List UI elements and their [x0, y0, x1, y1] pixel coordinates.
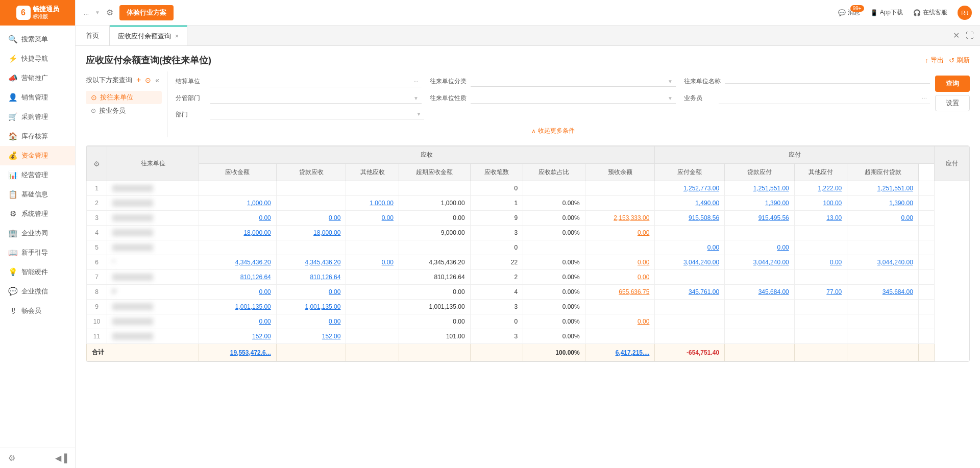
sidebar-item-management[interactable]: 📊 经营管理: [0, 165, 75, 185]
table-cell[interactable]: 810,126.64: [276, 270, 346, 285]
sidebar-item-search[interactable]: 🔍 搜索菜单: [0, 30, 75, 49]
cell-link[interactable]: 1,000.00: [247, 200, 271, 207]
sidebar-item-wechat[interactable]: 💬 企业微信: [0, 282, 75, 301]
sidebar-item-sales[interactable]: 👤 销售管理: [0, 88, 75, 107]
partner-name-input[interactable]: [725, 79, 930, 84]
table-cell[interactable]: 1,001,135.00: [199, 300, 277, 314]
cell-link[interactable]: 0.00: [329, 318, 340, 325]
advance-link[interactable]: 0.00: [638, 259, 649, 266]
table-cell[interactable]: 0.00: [199, 285, 277, 300]
table-cell[interactable]: 915,495.56: [725, 211, 795, 226]
table-cell[interactable]: 1,222.00: [794, 181, 847, 196]
collapse-more-button[interactable]: ∧ 收起更多条件: [176, 125, 930, 137]
table-cell[interactable]: 3,044,240.00: [725, 255, 795, 270]
division-dept-input[interactable]: ▼: [210, 93, 422, 104]
message-button[interactable]: 💬 消息 99+: [838, 8, 860, 17]
table-cell[interactable]: 810,126.64: [199, 270, 277, 285]
table-cell[interactable]: 345,684.00: [725, 285, 795, 300]
table-cell[interactable]: 0.00: [276, 211, 346, 226]
footer-rec-amount-link[interactable]: 19,553,472.6...: [230, 349, 271, 356]
partner-category-input[interactable]: ▼: [471, 77, 676, 87]
setting-button[interactable]: 设置: [935, 95, 970, 111]
cell-link[interactable]: 3,044,240.00: [683, 259, 719, 266]
cell-link[interactable]: 1,001,135.00: [305, 303, 340, 310]
cell-link[interactable]: 0.00: [830, 259, 842, 266]
sidebar-item-purchase[interactable]: 🛒 采购管理: [0, 107, 75, 127]
table-cell[interactable]: 18,000.00: [199, 226, 277, 240]
cell-link[interactable]: 0.00: [382, 214, 394, 221]
advance-balance-cell[interactable]: 0.00: [585, 270, 655, 285]
tab-close-icon[interactable]: ×: [175, 33, 179, 40]
table-cell[interactable]: 152.00: [276, 329, 346, 344]
table-cell[interactable]: 0.00: [276, 314, 346, 329]
scheme-tab-partner[interactable]: ⊙ 按往来单位: [86, 91, 162, 104]
cell-link[interactable]: 1,252,773.00: [683, 185, 719, 192]
sidebar-item-guide[interactable]: 📖 新手引导: [0, 243, 75, 262]
cell-link[interactable]: 152.00: [322, 333, 341, 340]
cell-link[interactable]: 3,044,240.00: [753, 259, 789, 266]
advance-link[interactable]: 0.00: [638, 274, 649, 281]
table-cell[interactable]: 0.00: [794, 255, 847, 270]
cell-link[interactable]: 0.00: [259, 318, 271, 325]
cell-link[interactable]: 0.00: [777, 244, 789, 251]
cell-link[interactable]: 4,345,436.20: [305, 259, 340, 266]
query-button[interactable]: 查询: [935, 76, 970, 92]
tab-receivable-query[interactable]: 应收应付余额查询 ×: [110, 26, 187, 45]
cell-link[interactable]: 100.00: [823, 200, 842, 207]
cell-link[interactable]: 345,684.00: [883, 288, 913, 295]
advance-balance-cell[interactable]: 0.00: [585, 314, 655, 329]
sidebar-item-basic-info[interactable]: 📋 基础信息: [0, 185, 75, 204]
cell-link[interactable]: 13.00: [826, 214, 842, 221]
advance-balance-cell[interactable]: 2,153,333.00: [585, 211, 655, 226]
table-cell[interactable]: 13.00: [794, 211, 847, 226]
advance-link[interactable]: 0.00: [638, 229, 649, 236]
table-cell[interactable]: 3,044,240.00: [847, 255, 919, 270]
department-input[interactable]: ▼: [210, 109, 424, 119]
cell-link[interactable]: 0.00: [901, 214, 913, 221]
table-cell[interactable]: 345,684.00: [847, 285, 919, 300]
sidebar-item-enterprise[interactable]: 🏢 企业协同: [0, 224, 75, 243]
cell-link[interactable]: 1,001,135.00: [235, 303, 271, 310]
cell-link[interactable]: 0.00: [329, 214, 340, 221]
filter-setting-icon[interactable]: ⊙: [145, 76, 151, 84]
user-menu[interactable]: Rit: [958, 6, 972, 20]
cell-link[interactable]: 152.00: [252, 333, 271, 340]
table-cell[interactable]: 100.00: [794, 196, 847, 211]
table-cell[interactable]: 0.00: [199, 314, 277, 329]
scheme-tab-salesperson[interactable]: ⊙ 按业务员: [86, 104, 162, 117]
table-cell[interactable]: 0.00: [847, 211, 919, 226]
refresh-button[interactable]: ↺ 刷新: [949, 56, 970, 65]
jiesuan-input[interactable]: ···: [210, 76, 422, 87]
table-cell[interactable]: 1,000.00: [199, 196, 277, 211]
cell-link[interactable]: 1,390.00: [765, 200, 789, 207]
advance-balance-cell[interactable]: 655,636.75: [585, 285, 655, 300]
cell-link[interactable]: 810,126.64: [310, 274, 340, 281]
table-cell[interactable]: 152.00: [199, 329, 277, 344]
cell-link[interactable]: 345,761.00: [689, 288, 719, 295]
table-cell[interactable]: 1,001,135.00: [276, 300, 346, 314]
table-cell[interactable]: 0.00: [725, 240, 795, 255]
advance-link[interactable]: 0.00: [638, 318, 649, 325]
cell-link[interactable]: 1,000.00: [370, 200, 394, 207]
export-button[interactable]: ↑ 导出: [925, 56, 944, 65]
cell-link[interactable]: 915,495.56: [758, 214, 789, 221]
advance-balance-cell[interactable]: 0.00: [585, 255, 655, 270]
settings-footer-icon[interactable]: ⚙: [8, 453, 15, 463]
cell-link[interactable]: 0.00: [382, 259, 394, 266]
table-cell[interactable]: 0.00: [199, 211, 277, 226]
table-cell[interactable]: 0.00: [346, 211, 399, 226]
sidebar-item-marketing[interactable]: 📣 营销推广: [0, 68, 75, 88]
table-cell[interactable]: 1,251,551.00: [725, 181, 795, 196]
sidebar-item-vip[interactable]: 🎖 畅会员: [0, 301, 75, 321]
tab-close-window-icon[interactable]: ✕: [953, 31, 960, 40]
cell-link[interactable]: 1,251,551.00: [877, 185, 913, 192]
cell-link[interactable]: 0.00: [329, 288, 340, 295]
sidebar-item-finance[interactable]: 💰 资金管理: [0, 146, 75, 165]
cell-link[interactable]: 1,390.00: [889, 200, 913, 207]
tab-fullscreen-icon[interactable]: ⛶: [966, 31, 974, 40]
salesperson-input[interactable]: ···: [719, 92, 930, 104]
header-gear-icon[interactable]: ⚙: [106, 8, 113, 17]
tab-home[interactable]: 首页: [76, 26, 110, 45]
advance-balance-cell[interactable]: 0.00: [585, 226, 655, 240]
cell-link[interactable]: 3,044,240.00: [877, 259, 913, 266]
